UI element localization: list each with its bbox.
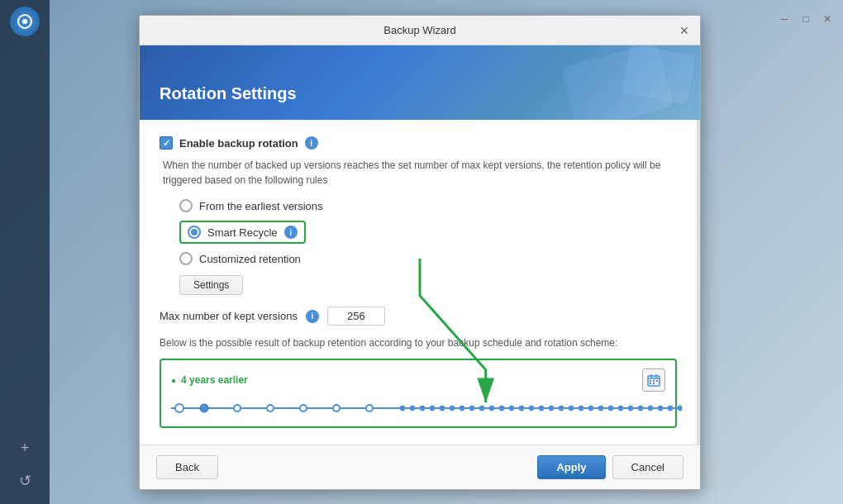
calendar-icon-btn[interactable] xyxy=(642,368,665,392)
svg-point-18 xyxy=(400,406,405,411)
svg-point-14 xyxy=(267,405,274,411)
bg-minimize-btn[interactable]: ─ xyxy=(775,10,793,28)
svg-point-39 xyxy=(608,406,613,411)
svg-point-28 xyxy=(499,406,504,411)
max-versions-label: Max number of kept versions xyxy=(160,310,298,322)
result-text: Below is the possible result of backup r… xyxy=(160,335,677,350)
svg-point-27 xyxy=(489,406,494,411)
desktop: + ↺ ─ □ ✕ Backup Wizard ✕ Rotation Setti… xyxy=(0,0,843,504)
svg-rect-7 xyxy=(653,380,655,382)
radio-customized-row: Customized retention xyxy=(179,252,677,265)
svg-point-35 xyxy=(569,406,574,411)
svg-point-25 xyxy=(469,406,474,411)
radio-smart-recycle[interactable] xyxy=(188,226,201,239)
svg-point-21 xyxy=(430,406,435,411)
svg-point-23 xyxy=(450,406,455,411)
timeline-header: 4 years earlier xyxy=(171,368,665,392)
svg-rect-8 xyxy=(656,380,658,382)
svg-point-16 xyxy=(333,405,340,411)
radio-from-earliest[interactable] xyxy=(179,199,193,212)
wizard-close-btn[interactable]: ✕ xyxy=(675,21,693,40)
settings-button[interactable]: Settings xyxy=(179,275,243,295)
svg-point-17 xyxy=(366,405,373,411)
wizard-content: Enable backup rotation i When the number… xyxy=(140,120,700,445)
bg-close-btn[interactable]: ✕ xyxy=(818,10,836,28)
svg-rect-6 xyxy=(650,380,651,382)
svg-point-44 xyxy=(658,406,663,411)
svg-point-29 xyxy=(509,406,514,411)
svg-point-37 xyxy=(588,406,593,411)
footer-left: Back xyxy=(156,455,218,479)
enable-backup-checkbox[interactable] xyxy=(160,136,173,150)
radio-from-earliest-row: From the earliest versions xyxy=(179,199,677,212)
svg-point-40 xyxy=(618,406,623,411)
svg-rect-10 xyxy=(653,383,655,384)
svg-point-24 xyxy=(460,406,464,411)
wizard-footer: Back Apply Cancel xyxy=(140,445,700,489)
apply-button[interactable]: Apply xyxy=(537,455,605,479)
bg-maximize-btn[interactable]: □ xyxy=(797,10,815,28)
svg-point-15 xyxy=(300,405,307,411)
svg-point-36 xyxy=(579,406,583,411)
wizard-titlebar: Backup Wizard ✕ xyxy=(140,16,700,45)
taskbar: + ↺ xyxy=(0,0,50,504)
svg-point-43 xyxy=(648,406,653,411)
svg-point-30 xyxy=(519,406,524,411)
taskbar-logo xyxy=(10,7,40,36)
svg-point-38 xyxy=(598,406,603,411)
svg-point-22 xyxy=(440,406,445,411)
radio-customized-label: Customized retention xyxy=(199,253,301,265)
timeline-box: 4 years earlier xyxy=(160,359,677,428)
background-window-chrome: ─ □ ✕ xyxy=(775,10,836,28)
svg-rect-9 xyxy=(650,383,651,384)
enable-backup-label: Enable backup rotation xyxy=(179,137,298,150)
svg-point-13 xyxy=(234,405,241,411)
max-versions-input[interactable] xyxy=(327,307,385,326)
svg-point-45 xyxy=(668,406,673,411)
enable-backup-row: Enable backup rotation i xyxy=(160,136,677,150)
svg-point-41 xyxy=(628,406,633,411)
timeline-dots xyxy=(171,398,665,418)
svg-point-20 xyxy=(420,406,425,411)
smart-recycle-highlight: Smart Recycle i xyxy=(179,221,306,244)
radio-smart-recycle-label: Smart Recycle xyxy=(207,226,278,239)
svg-point-26 xyxy=(479,406,484,411)
wizard-header: Rotation Settings xyxy=(140,45,700,120)
svg-point-32 xyxy=(539,406,544,411)
svg-point-46 xyxy=(678,406,682,411)
timeline-track xyxy=(171,398,665,418)
max-versions-row: Max number of kept versions i xyxy=(160,307,677,326)
svg-point-31 xyxy=(529,406,534,411)
rotation-description: When the number of backed up versions re… xyxy=(160,158,677,188)
add-icon[interactable]: + xyxy=(12,435,38,461)
rotation-radio-group: From the earliest versions Smart Recycle… xyxy=(179,199,677,265)
radio-customized[interactable] xyxy=(179,252,193,265)
back-button[interactable]: Back xyxy=(156,455,218,479)
radio-from-earliest-label: From the earliest versions xyxy=(199,200,323,212)
svg-point-12 xyxy=(200,404,208,412)
timeline-label: 4 years earlier xyxy=(171,374,248,386)
wizard-window: Backup Wizard ✕ Rotation Settings Enable… xyxy=(139,15,701,490)
svg-point-42 xyxy=(638,406,643,411)
svg-point-34 xyxy=(559,406,564,411)
svg-point-19 xyxy=(410,406,415,411)
wizard-header-title: Rotation Settings xyxy=(160,84,297,103)
timeline-start-dot xyxy=(174,403,184,413)
smart-recycle-info-icon[interactable]: i xyxy=(284,226,298,239)
max-versions-info-icon[interactable]: i xyxy=(306,310,319,323)
history-icon[interactable]: ↺ xyxy=(12,468,38,494)
radio-smart-recycle-row: Smart Recycle i xyxy=(179,221,677,244)
wizard-title: Backup Wizard xyxy=(383,24,455,36)
footer-right: Apply Cancel xyxy=(537,455,683,479)
enable-backup-info-icon[interactable]: i xyxy=(305,136,318,150)
cancel-button[interactable]: Cancel xyxy=(612,455,683,479)
svg-point-33 xyxy=(549,406,554,411)
svg-point-1 xyxy=(22,19,27,24)
